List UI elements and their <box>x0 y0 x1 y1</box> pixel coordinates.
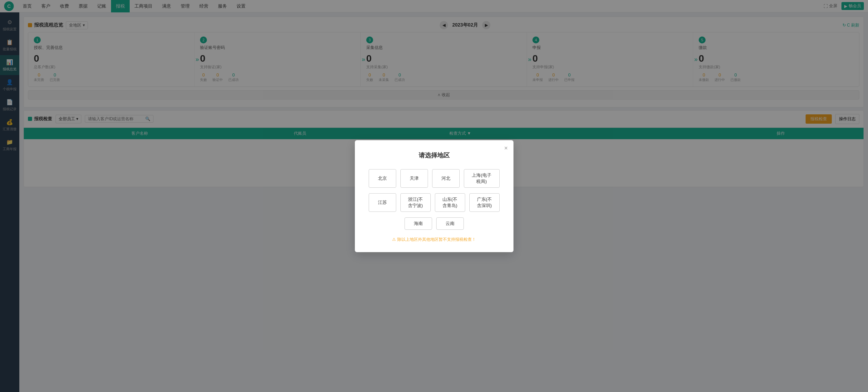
region-grid: 北京天津河北上海(电子税局)江苏浙江(不含宁波)山东(不含青岛)广东(不含深圳)… <box>369 169 500 230</box>
region-button-海南[interactable]: 海南 <box>405 217 432 230</box>
modal-close-button[interactable]: × <box>504 145 508 151</box>
region-row-2: 江苏浙江(不含宁波)山东(不含青岛)广东(不含深圳) <box>369 193 500 212</box>
region-row-1: 北京天津河北上海(电子税局) <box>369 169 500 188</box>
region-button-天津[interactable]: 天津 <box>400 169 428 188</box>
region-button-上海(电子税局)[interactable]: 上海(电子税局) <box>464 169 500 188</box>
region-button-北京[interactable]: 北京 <box>369 169 396 188</box>
warning-text: 除以上地区外其他地区暂不支持报税检查！ <box>397 237 476 243</box>
region-button-广东(不含深圳)[interactable]: 广东(不含深圳) <box>469 193 500 212</box>
region-button-江苏[interactable]: 江苏 <box>369 193 396 212</box>
modal-warning: ⚠ 除以上地区外其他地区暂不支持报税检查！ <box>369 237 500 243</box>
region-button-河北[interactable]: 河北 <box>432 169 460 188</box>
modal-overlay[interactable]: × 请选择地区 北京天津河北上海(电子税局)江苏浙江(不含宁波)山东(不含青岛)… <box>0 0 868 392</box>
region-button-浙江(不含宁波)[interactable]: 浙江(不含宁波) <box>400 193 431 212</box>
region-row-3: 海南云南 <box>369 217 500 230</box>
region-button-山东(不含青岛)[interactable]: 山东(不含青岛) <box>435 193 465 212</box>
warning-icon: ⚠ <box>392 237 396 242</box>
modal-title: 请选择地区 <box>369 151 500 159</box>
region-select-modal: × 请选择地区 北京天津河北上海(电子税局)江苏浙江(不含宁波)山东(不含青岛)… <box>355 140 513 252</box>
region-button-云南[interactable]: 云南 <box>436 217 464 230</box>
